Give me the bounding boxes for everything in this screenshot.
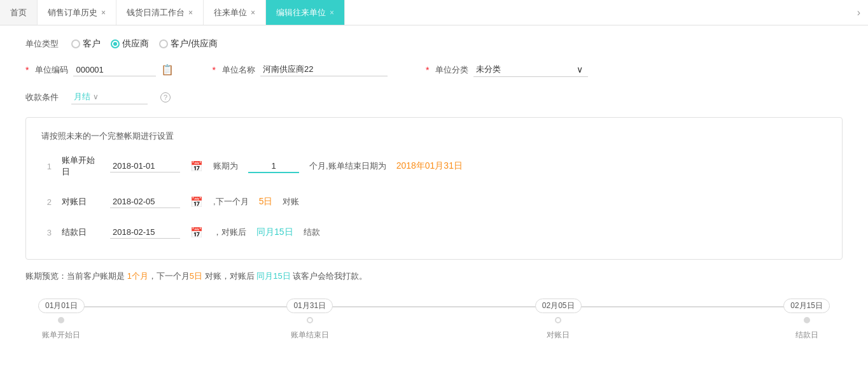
- tab-home[interactable]: 首页: [0, 0, 38, 25]
- unit-name-label: 单位名称: [222, 64, 255, 76]
- preview-end: 该客户会给我打款。: [291, 271, 368, 281]
- unit-category-field: * 单位分类 未分类 ∨: [426, 62, 588, 77]
- setting-row-2: 2 对账日 📅 ,下一个月5日 对账: [41, 195, 827, 208]
- timeline-label-3: 对账日: [547, 330, 570, 341]
- unit-code-icon[interactable]: 📋: [161, 64, 174, 76]
- radio-group-unit-type: 客户 供应商 客户/供应商: [71, 38, 218, 50]
- payment-prefix: ，对账后: [213, 227, 246, 238]
- tab-edit-partner[interactable]: 编辑往来单位 ×: [266, 0, 345, 25]
- payment-terms-row: 收款条件 月结 ∨ ?: [25, 90, 843, 104]
- timeline-point-2: 01月31日 账单结束日: [286, 299, 333, 341]
- preview-mid2: 对账，对账后: [202, 271, 256, 281]
- unit-category-star: *: [426, 65, 429, 75]
- preview-period: 1个月: [127, 271, 148, 281]
- row-num-3: 3: [41, 228, 52, 237]
- payment-terms-chevron-icon: ∨: [93, 92, 99, 101]
- timeline-points: 01月01日 账单开始日 01月31日 账单结束日 02月05日 对账日 02月…: [38, 299, 830, 341]
- radio-customer[interactable]: 客户: [71, 38, 101, 50]
- radio-customer-label: 客户: [83, 38, 101, 50]
- timeline-badge-1: 01月01日: [38, 299, 85, 313]
- unit-category-label: 单位分类: [435, 64, 468, 76]
- radio-both[interactable]: 客户/供应商: [159, 38, 218, 50]
- main-content: 单位类型 客户 供应商 客户/供应商 * 单位编码 📋 * 单位名称: [0, 25, 868, 387]
- radio-supplier-circle: [111, 39, 120, 48]
- tab-home-label: 首页: [10, 7, 27, 18]
- unit-code-label: 单位编码: [35, 64, 68, 76]
- payment-date-cal-icon[interactable]: 📅: [190, 227, 203, 239]
- row-num-1: 1: [41, 162, 52, 171]
- period-label: 账期为: [213, 160, 238, 172]
- preview-next-day: 5日: [190, 271, 202, 281]
- tab-bar: 首页 销售订单历史 × 钱货日清工作台 × 往来单位 × 编辑往来单位 × ›: [0, 0, 868, 25]
- timeline-point-1: 01月01日 账单开始日: [38, 299, 85, 341]
- preview-mid1: ，下一个月: [148, 271, 190, 281]
- radio-both-label: 客户/供应商: [171, 38, 218, 50]
- tab-cash-work-close[interactable]: ×: [188, 8, 193, 17]
- tab-sales-history-label: 销售订单历史: [48, 7, 97, 18]
- preview-label: 账期预览：当前客户账期是: [25, 271, 127, 281]
- timeline-badge-2: 01月31日: [286, 299, 333, 313]
- unit-code-field: * 单位编码 📋: [25, 64, 174, 76]
- unit-category-value: 未分类: [476, 64, 501, 75]
- period-unit-text: 个月,账单结束日期为: [309, 160, 386, 172]
- reconcile-day: 5日: [259, 196, 273, 208]
- unit-code-input[interactable]: [73, 64, 156, 76]
- start-date-input[interactable]: [110, 160, 180, 172]
- tab-partner-close[interactable]: ×: [251, 8, 255, 17]
- radio-customer-circle: [71, 39, 80, 48]
- tab-edit-partner-label: 编辑往来单位: [276, 7, 326, 18]
- payment-suffix: 结款: [304, 227, 320, 238]
- radio-supplier-label: 供应商: [122, 38, 149, 50]
- tab-sales-history[interactable]: 销售订单历史 ×: [38, 0, 116, 25]
- row-type-2: 对账日: [62, 196, 100, 208]
- settings-title: 请按照未来的一个完整帐期进行设置: [41, 130, 827, 142]
- reconcile-prefix: ,下一个月: [213, 196, 249, 208]
- preview-section: 账期预览：当前客户账期是 1个月，下一个月5日 对账，对账后 同月15日 该客户…: [25, 270, 843, 283]
- unit-name-input[interactable]: [260, 64, 388, 76]
- category-chevron-icon: ∨: [577, 64, 583, 74]
- reconcile-date-cal-icon[interactable]: 📅: [190, 196, 203, 208]
- unit-code-star: *: [25, 65, 29, 75]
- preview-same-month: 同月15日: [256, 271, 290, 281]
- payment-date-input[interactable]: [110, 226, 180, 239]
- timeline-label-2: 账单结束日: [291, 330, 329, 341]
- timeline: 01月01日 账单开始日 01月31日 账单结束日 02月05日 对账日 02月…: [25, 299, 843, 341]
- reconcile-date-input[interactable]: [110, 195, 180, 208]
- timeline-dot-2: [307, 317, 313, 323]
- timeline-badge-3: 02月05日: [535, 299, 582, 313]
- timeline-dot-4: [804, 317, 810, 323]
- period-months-input[interactable]: [248, 160, 299, 173]
- tab-partner[interactable]: 往来单位 ×: [204, 0, 266, 25]
- payment-terms-label: 收款条件: [25, 92, 59, 103]
- timeline-dot-3: [555, 317, 561, 323]
- settings-box: 请按照未来的一个完整帐期进行设置 1 账单开始日 📅 账期为 个月,账单结束日期…: [25, 117, 843, 260]
- tab-cash-work-label: 钱货日清工作台: [127, 7, 185, 18]
- tab-partner-label: 往来单位: [214, 7, 247, 18]
- timeline-dot-1: [58, 317, 64, 323]
- tab-cash-work[interactable]: 钱货日清工作台 ×: [116, 0, 204, 25]
- unit-type-label: 单位类型: [25, 38, 59, 50]
- tab-edit-partner-close[interactable]: ×: [330, 8, 334, 17]
- tab-sales-history-close[interactable]: ×: [101, 8, 106, 17]
- timeline-point-4: 02月15日 结款日: [783, 299, 830, 341]
- unit-type-row: 单位类型 客户 供应商 客户/供应商: [25, 38, 843, 50]
- tab-more-button[interactable]: ›: [850, 0, 868, 25]
- timeline-label-1: 账单开始日: [42, 330, 80, 341]
- row-type-3: 结款日: [62, 227, 100, 238]
- timeline-label-4: 结款日: [795, 330, 818, 341]
- unit-category-select[interactable]: 未分类 ∨: [473, 62, 588, 77]
- payment-day: 同月15日: [256, 227, 293, 238]
- reconcile-suffix: 对账: [283, 196, 299, 208]
- radio-supplier[interactable]: 供应商: [111, 38, 149, 50]
- row-num-2: 2: [41, 197, 52, 207]
- help-icon[interactable]: ?: [160, 92, 171, 102]
- start-date-cal-icon[interactable]: 📅: [190, 160, 203, 172]
- payment-terms-select[interactable]: 月结 ∨: [71, 90, 148, 104]
- row-type-1: 账单开始日: [62, 155, 100, 178]
- setting-row-1: 1 账单开始日 📅 账期为 个月,账单结束日期为 2018年01月31日: [41, 155, 827, 178]
- timeline-badge-4: 02月15日: [783, 299, 830, 313]
- unit-info-row: * 单位编码 📋 * 单位名称 * 单位分类 未分类 ∨: [25, 62, 843, 77]
- radio-both-circle: [159, 39, 168, 48]
- unit-name-star: *: [212, 65, 215, 75]
- period-end-date: 2018年01月31日: [396, 160, 463, 172]
